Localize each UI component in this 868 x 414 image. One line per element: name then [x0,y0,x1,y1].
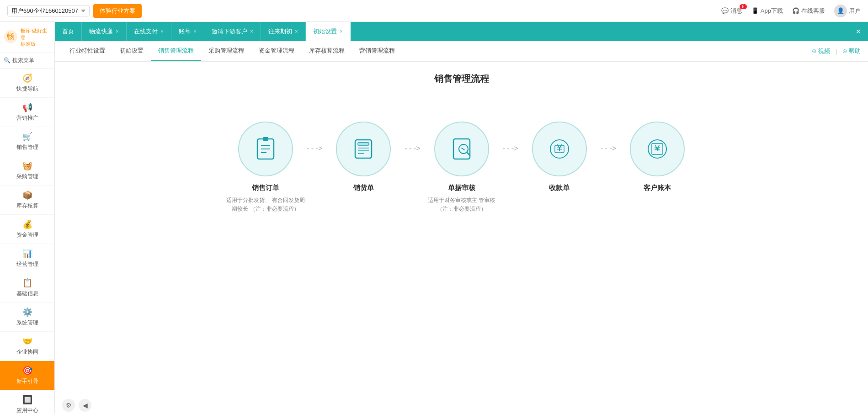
nav-tab-4[interactable]: 邀请下游客户× [204,22,261,41]
sidebar-label-0: 快捷导航 [16,85,38,93]
sub-tabs-left: 行业特性设置初始设置销售管理流程采购管理流程资金管理流程库存核算流程营销管理流程 [62,41,402,61]
user-label: 用户 [849,7,861,15]
flow-circle-sales-order[interactable] [238,122,293,176]
sidebar-label-10: 新手引导 [16,377,38,385]
help-link[interactable]: ⊙ 帮助 [842,47,861,55]
flow-step-desc-sales-order: 适用于分批发货、 有合同发货周期较长 （注：非必要流程） [224,196,307,213]
bottom-bar: ⚙ ◀ [55,396,868,414]
sub-tab-5[interactable]: 库存核算流程 [302,41,352,61]
message-icon: 💬 [721,7,729,14]
flow-circle-customer-account[interactable]: ¥ [630,122,685,176]
collapse-button[interactable]: ◀ [79,399,91,412]
message-icon-item[interactable]: 💬 消息 6 [721,7,742,15]
svg-rect-8 [358,143,369,145]
sub-tab-0[interactable]: 行业特性设置 [62,41,112,61]
nav-tab-close-4[interactable]: × [250,28,253,35]
nav-tab-6[interactable]: 初始设置× [306,22,351,41]
header-left: 用户690企业1660120507 体验行业方案 [7,4,142,18]
sidebar-items-container: 🧭快捷导航📢营销推广🛒销售管理🧺采购管理📦库存核算💰资金管理📊经营管理📋基础信息… [0,69,54,414]
sidebar-label-5: 资金管理 [16,231,38,239]
svg-rect-12 [453,139,470,159]
search-icon: 🔍 [4,57,11,64]
sidebar-label-8: 系统管理 [16,319,38,327]
sub-tab-4[interactable]: 资金管理流程 [251,41,302,61]
sub-tab-2[interactable]: 销售管理流程 [151,41,201,61]
nav-tab-label-1: 物流快递 [89,27,113,36]
logo-text: 畅库·做好生意标准版 [21,27,51,47]
avatar: 👤 [834,5,847,17]
nav-tab-1[interactable]: 物流快递× [82,22,127,41]
sidebar-icon-8: ⚙️ [22,307,32,317]
flow-step-sales-order: 销售订单适用于分批发货、 有合同发货周期较长 （注：非必要流程） [224,122,307,213]
headset-icon: 🎧 [792,7,799,14]
sub-tabs-right: ⊙ 视频 | ⊙ 帮助 [812,47,861,55]
sidebar-label-9: 企业协同 [16,348,38,356]
svg-text:¥: ¥ [556,142,563,154]
sub-tab-1[interactable]: 初始设置 [112,41,151,61]
sidebar-icon-10: 🎯 [22,366,32,376]
flow-step-doc-review: 单据审核适用于财务审核或主 管审核 （注：非必要流程） [421,122,503,213]
sidebar-item-应用中心[interactable]: 🔲应用中心 [0,390,54,414]
nav-close-button[interactable]: × [848,27,868,37]
nav-tab-close-2[interactable]: × [160,28,164,35]
nav-tab-label-5: 往来期初 [268,27,292,36]
nav-tab-label-0: 首页 [62,27,74,36]
flow-circle-doc-review[interactable] [434,122,489,176]
sidebar-item-采购管理[interactable]: 🧺采购管理 [0,156,54,186]
sub-tab-3[interactable]: 采购管理流程 [201,41,251,61]
sidebar-item-新手引导[interactable]: 🎯新手引导 [0,361,54,390]
flow-arrow-0: - - -> [307,122,322,153]
page-title: 销售管理流程 [73,73,850,85]
sidebar-icon-3: 🧺 [22,161,32,171]
flow-arrow-2: - - -> [503,122,518,153]
online-service-item[interactable]: 🎧 在线客服 [792,7,825,15]
sidebar-search[interactable]: 🔍 搜索菜单 [0,53,54,69]
sidebar-item-企业协同[interactable]: 🤝企业协同 [0,332,54,361]
flow-step-customer-account: ¥ 客户账本 [616,122,698,196]
sidebar-item-经营管理[interactable]: 📊经营管理 [0,244,54,273]
nav-tab-close-6[interactable]: × [340,28,343,35]
settings-button[interactable]: ⚙ [62,399,75,412]
nav-tab-5[interactable]: 往来期初× [261,22,306,41]
flow-arrow-3: - - -> [601,122,616,153]
sidebar-item-销售管理[interactable]: 🛒销售管理 [0,127,54,156]
video-link[interactable]: ⊙ 视频 [812,47,830,55]
nav-tabs: 首页物流快递×在线支付×账号×邀请下游客户×往来期初×初始设置×× [55,22,868,41]
sidebar-label-7: 基础信息 [16,290,38,297]
flow-circle-sales-invoice[interactable] [336,122,391,176]
flow-step-title-customer-account: 客户账本 [644,184,671,192]
logo-icon: 畅 [4,30,18,44]
app-download-item[interactable]: 📱 App下载 [751,7,783,15]
sidebar-item-基础信息[interactable]: 📋基础信息 [0,273,54,303]
sidebar-item-库存核算[interactable]: 📦库存核算 [0,186,54,215]
app-download-label: App下载 [761,7,783,15]
flow-step-title-sales-order: 销售订单 [252,184,279,192]
nav-tab-close-3[interactable]: × [193,28,197,35]
sidebar-item-快捷导航[interactable]: 🧭快捷导航 [0,69,54,98]
flow-arrow-1: - - -> [405,122,420,153]
online-service-label: 在线客服 [801,7,825,15]
nav-tab-2[interactable]: 在线支付× [127,22,171,41]
sidebar-icon-2: 🛒 [22,132,32,142]
user-profile-item[interactable]: 👤 用户 [834,5,861,17]
svg-rect-6 [263,137,268,141]
nav-tab-label-2: 在线支付 [134,27,158,36]
flow-diagram: 销售订单适用于分批发货、 有合同发货周期较长 （注：非必要流程）- - -> 销… [73,112,850,223]
sidebar-icon-11: 🔲 [22,395,32,405]
sidebar-item-营销推广[interactable]: 📢营销推广 [0,98,54,127]
flow-circle-receipt[interactable]: ¥ [532,122,587,176]
nav-tab-close-1[interactable]: × [116,28,119,35]
nav-tab-close-5[interactable]: × [295,28,298,35]
user-select[interactable]: 用户690企业1660120507 [7,5,90,16]
nav-tab-0[interactable]: 首页 [55,22,82,41]
nav-tab-3[interactable]: 账号× [171,22,204,41]
svg-text:畅: 畅 [7,32,15,41]
sidebar-item-资金管理[interactable]: 💰资金管理 [0,215,54,244]
nav-tab-label-3: 账号 [179,27,191,36]
flow-step-title-doc-review: 单据审核 [448,184,475,192]
sub-tab-6[interactable]: 营销管理流程 [352,41,402,61]
nav-tab-label-6: 初始设置 [313,27,337,36]
sidebar-item-系统管理[interactable]: ⚙️系统管理 [0,303,54,332]
experience-button[interactable]: 体验行业方案 [93,4,142,18]
sidebar-icon-4: 📦 [22,190,32,200]
